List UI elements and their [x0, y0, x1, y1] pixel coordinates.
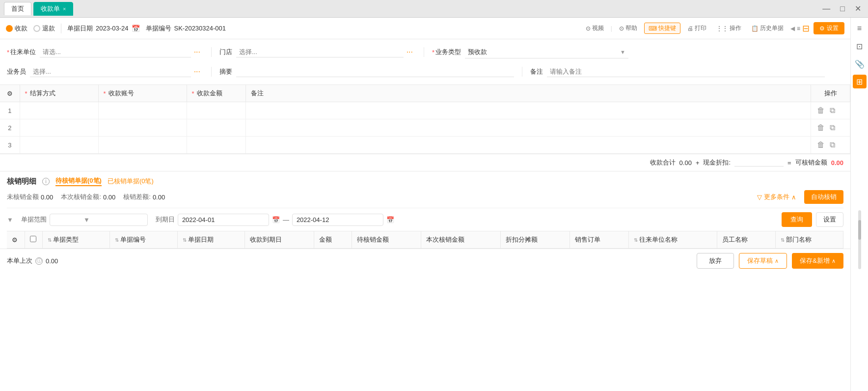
- table-row: 3 🗑 ⧉: [0, 137, 850, 154]
- row2-remark[interactable]: [245, 119, 811, 137]
- scroll-thumb[interactable]: [858, 220, 861, 240]
- more-conditions-btn[interactable]: ▽ 更多条件 ∧: [757, 193, 796, 201]
- right-sidebar: ≡ ⊡ 📎 ⊞: [850, 18, 868, 391]
- row2-account[interactable]: [98, 119, 187, 137]
- checkbox-col-header[interactable]: [25, 231, 42, 249]
- close-button[interactable]: ✕: [852, 3, 864, 14]
- salesperson-more-icon[interactable]: ···: [191, 67, 203, 76]
- shop-more-icon[interactable]: ···: [404, 48, 416, 56]
- row1-remark[interactable]: [245, 102, 811, 119]
- date-sep: —: [283, 216, 289, 223]
- salesperson-input[interactable]: [30, 66, 191, 77]
- grid-view-icon[interactable]: ≡: [797, 25, 800, 32]
- row2-delete-btn[interactable]: 🗑: [816, 122, 826, 133]
- radio-receipt[interactable]: 收款: [6, 24, 27, 33]
- tab-close-icon[interactable]: ×: [63, 6, 66, 12]
- partner-more-icon[interactable]: ···: [191, 48, 203, 56]
- tab-home[interactable]: 首页: [4, 2, 31, 15]
- verif-settings-btn[interactable]: 设置: [816, 212, 843, 227]
- list-view-icon[interactable]: ⊟: [802, 23, 810, 34]
- row1-delete-btn[interactable]: 🗑: [816, 105, 826, 116]
- help-btn[interactable]: ⊙ 帮助: [616, 23, 640, 34]
- footer: 本单上次 ⓘ 0.00 放弃 保存草稿 ∧ 保存&新增 ∧: [0, 249, 850, 273]
- sidebar-icon-4[interactable]: ⊞: [853, 75, 867, 88]
- form-row-2: 业务员 ··· 摘要 备注: [7, 63, 843, 81]
- range-select[interactable]: ▼: [50, 214, 148, 226]
- verif-info-icon[interactable]: i: [42, 178, 50, 185]
- radio-refund[interactable]: 退款: [33, 24, 55, 33]
- row1-amount[interactable]: [187, 102, 245, 119]
- due-date-label: 到期日: [156, 215, 175, 224]
- partner-input[interactable]: [40, 47, 191, 57]
- department-sort: ⇅ 部门名称: [781, 235, 838, 244]
- query-btn[interactable]: 查询: [782, 212, 812, 227]
- settings-label: 设置: [827, 24, 839, 32]
- operate-btn[interactable]: ⋮⋮ 操作: [713, 23, 744, 34]
- save-draft-label: 保存草稿: [747, 256, 773, 265]
- row3-delete-btn[interactable]: 🗑: [816, 140, 826, 150]
- prev-info-icon[interactable]: ⓘ: [35, 257, 43, 265]
- auto-verify-btn[interactable]: 自动核销: [804, 190, 843, 204]
- row3-account[interactable]: [98, 137, 187, 154]
- business-type-select[interactable]: 预收款 ▼: [465, 46, 628, 58]
- shortcut-btn[interactable]: ⌨ 快捷键: [644, 23, 680, 34]
- verified-tab[interactable]: 已核销单据(0笔): [108, 177, 154, 186]
- filter-row-right: 查询 设置: [782, 212, 843, 227]
- doc-number-sort: ⇅ 单据编号: [115, 235, 172, 244]
- shop-label: 门店: [219, 48, 236, 56]
- select-all-checkbox[interactable]: [30, 236, 36, 242]
- row3-copy-btn[interactable]: ⧉: [829, 140, 836, 150]
- range-select-arrow: ▼: [83, 216, 90, 223]
- department-header: ⇅ 部门名称: [776, 231, 843, 249]
- row1-copy-btn[interactable]: ⧉: [829, 105, 836, 116]
- footer-info: 本单上次 ⓘ 0.00: [7, 256, 58, 265]
- calendar-from-icon[interactable]: 📅: [272, 216, 280, 223]
- divider2: |: [611, 25, 612, 32]
- sidebar-icon-1[interactable]: ≡: [853, 22, 867, 35]
- maximize-button[interactable]: □: [837, 3, 848, 14]
- save-draft-btn[interactable]: 保存草稿 ∧: [739, 253, 787, 269]
- filter-collapse-arrow[interactable]: ▼: [7, 216, 13, 223]
- discount-input[interactable]: [734, 159, 784, 167]
- save-new-btn[interactable]: 保存&新增 ∧: [792, 253, 843, 269]
- dropdown-icon: ▼: [620, 49, 625, 55]
- settings-col-header2[interactable]: ⚙: [7, 231, 25, 249]
- pending-amount-header: 待核销金额: [352, 231, 421, 249]
- shop-input[interactable]: [236, 47, 404, 57]
- row3-remark[interactable]: [245, 137, 811, 154]
- row2-amount[interactable]: [187, 119, 245, 137]
- remark-input[interactable]: [547, 66, 825, 77]
- plus-sign: +: [696, 159, 700, 167]
- history-btn[interactable]: 📋 历史单据: [748, 23, 787, 34]
- video-btn[interactable]: ⊙ 视频: [583, 23, 607, 34]
- sidebar-icon-3[interactable]: 📎: [853, 57, 867, 71]
- row3-amount[interactable]: [187, 137, 245, 154]
- pending-tab[interactable]: 待核销单据(0笔): [55, 176, 102, 186]
- calendar-to-icon[interactable]: 📅: [386, 216, 394, 223]
- row2-copy-btn[interactable]: ⧉: [829, 122, 836, 133]
- range-label: 单据范围: [21, 215, 47, 224]
- row2-payment[interactable]: [20, 119, 98, 137]
- sidebar-icon-2[interactable]: ⊡: [853, 39, 867, 53]
- summary-input[interactable]: [236, 66, 514, 77]
- date-to-input[interactable]: [292, 214, 383, 226]
- minimize-button[interactable]: —: [819, 3, 833, 14]
- scroll-track: [858, 210, 861, 269]
- prev-icon[interactable]: ◀: [790, 25, 795, 32]
- abandon-btn[interactable]: 放弃: [697, 253, 734, 269]
- row2-ops: 🗑 ⧉: [811, 119, 850, 137]
- row1-payment[interactable]: [20, 102, 98, 119]
- total-label: 收款合计: [650, 158, 676, 167]
- row3-payment[interactable]: [20, 137, 98, 154]
- sales-order-header: 销售订单: [570, 231, 629, 249]
- date-from-input[interactable]: [178, 214, 269, 226]
- tab-receipt[interactable]: 收款单 ×: [33, 2, 73, 16]
- calendar-icon[interactable]: 📅: [132, 25, 140, 32]
- verification-section: 核销明细 i 待核销单据(0笔) 已核销单据(0笔) 未核销金额 0.00 本次…: [0, 171, 850, 249]
- row1-account[interactable]: [98, 102, 187, 119]
- settings-button[interactable]: ⚙ 设置: [814, 22, 844, 34]
- due-date-header: 收款到期日: [245, 231, 314, 249]
- print-btn[interactable]: 🖨 打印: [684, 23, 709, 34]
- settings-col-header[interactable]: ⚙: [0, 85, 20, 102]
- form-divider4: [522, 67, 522, 77]
